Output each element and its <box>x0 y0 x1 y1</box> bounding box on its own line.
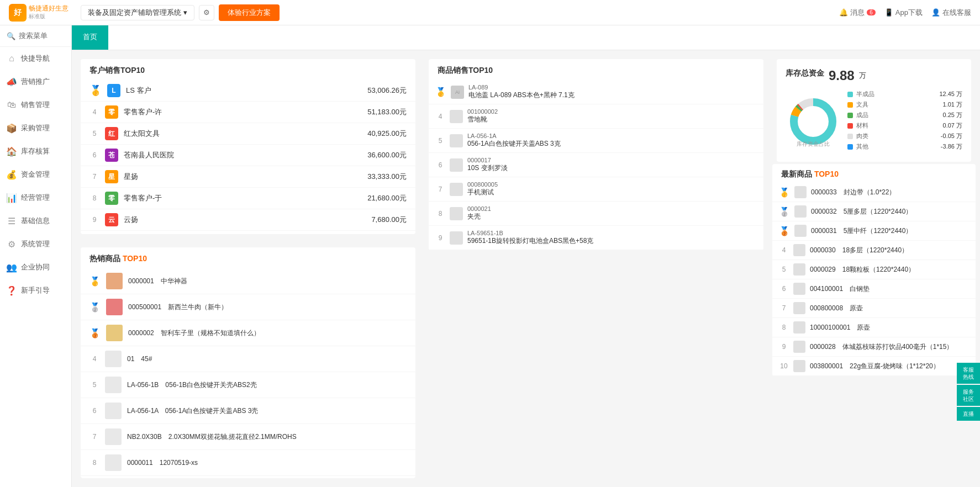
customer-row-7: 9 云 云扬 7,680.00元 <box>81 209 415 231</box>
product-row-5: 7 000800005 手机测试 <box>429 177 763 202</box>
prod-rank-5: 7 <box>435 186 445 193</box>
legend-value-1: 12.45 万 <box>939 90 962 98</box>
new-icon-8 <box>793 321 805 334</box>
service-community-btn[interactable]: 服务社区 <box>957 385 980 406</box>
new-medal-1: 🥇 <box>779 187 790 198</box>
hot-rank-8: 8 <box>89 459 99 467</box>
prod-rank-4: 6 <box>435 161 445 169</box>
new-icon-1 <box>794 186 807 198</box>
legend-value-5: -0.05 万 <box>941 132 962 140</box>
new-row-7: 7 000800008 原壶 <box>772 299 976 318</box>
sidebar-label-basic-info: 基础信息 <box>21 216 50 226</box>
prod-name-4: 10S 变刹罗淡 <box>467 163 757 173</box>
customer-amount-5: 33,333.00元 <box>367 172 407 182</box>
product-row-3: 5 LA-056-1A 056-1A白色按键开关盖ABS 3克 <box>429 129 763 153</box>
legend-label-1: 半成品 <box>856 90 936 98</box>
trial-button[interactable]: 体验行业方案 <box>219 4 280 21</box>
prod-code-6: 0000021 <box>467 205 757 212</box>
prod-info-3: LA-056-1A 056-1A白色按键开关盖ABS 3克 <box>467 133 757 149</box>
customer-name-3: 红太阳文具 <box>124 129 362 139</box>
sidebar-item-quick-nav[interactable]: ⌂ 快捷导航 <box>0 47 71 70</box>
inventory-card: 库存总资金 9.88 万 <box>777 59 971 162</box>
sidebar-item-sales[interactable]: 🛍 销售管理 <box>0 93 71 117</box>
hot-info-4: 01 45# <box>127 354 407 364</box>
customer-avatar-4: 苍 <box>105 149 118 162</box>
legend-dot-5 <box>847 134 853 139</box>
sidebar-item-finance[interactable]: 💰 资金管理 <box>0 163 71 186</box>
system-icon: ⚙ <box>7 239 17 249</box>
logo-title: 畅捷通好生意 <box>29 4 69 12</box>
customer-amount-7: 7,680.00元 <box>371 215 407 225</box>
inventory-title: 库存总资金 <box>786 68 824 78</box>
new-rank-4: 4 <box>779 246 789 254</box>
sidebar-item-enterprise[interactable]: 👥 企业协同 <box>0 256 71 279</box>
app-download-item[interactable]: 📱 App下载 <box>884 8 923 18</box>
rank-num-3: 5 <box>89 130 99 137</box>
settings-icon[interactable]: ⚙ <box>199 5 214 20</box>
search-menu[interactable]: 🔍 搜索菜单 <box>0 25 71 47</box>
hot-img-1 <box>106 273 123 289</box>
new-info-4: 0000030 18多层（1220*2440） <box>810 246 969 255</box>
legend-label-3: 成品 <box>856 111 940 119</box>
service-live-btn[interactable]: 直播 <box>957 407 980 421</box>
new-rank-5: 5 <box>779 266 789 273</box>
hot-row-6: 6 LA-056-1A 056-1A白色按键开关盖ABS 3壳 <box>81 398 415 424</box>
customer-avatar-2: 零 <box>105 105 118 119</box>
sidebar-item-inventory[interactable]: 🏠 库存核算 <box>0 140 71 163</box>
system-selector[interactable]: 装备及固定资产辅助管理系统 ▾ <box>81 5 194 20</box>
sidebar-item-operations[interactable]: 📊 经营管理 <box>0 186 71 209</box>
scrollable-area: 客户销售TOP10 🥇 L LS 客户 53,006.26元 4 零 零售客户-… <box>72 50 980 487</box>
legend-dot-4 <box>847 123 853 129</box>
sidebar-item-guide[interactable]: ❓ 新手引导 <box>0 279 71 302</box>
guide-icon: ❓ <box>7 285 17 295</box>
hot-img-7 <box>105 428 122 445</box>
prod-name-2: 雪地靴 <box>467 115 757 124</box>
sidebar-label-inventory: 库存核算 <box>21 146 50 156</box>
prod-name-7: 59651-1B旋转投影灯电池盒ABS黑色+58克 <box>467 236 757 246</box>
hot-img-2 <box>106 299 123 315</box>
sidebar-item-marketing[interactable]: 📣 营销推广 <box>0 70 71 93</box>
hot-products-panel: 热销商品 TOP10 🥇 0000001 中华神器 🥈 000500001 新西… <box>81 247 415 478</box>
basic-info-icon: ☰ <box>7 216 17 226</box>
tab-home[interactable]: 首页 <box>72 25 108 50</box>
sidebar-item-purchase[interactable]: 📦 采购管理 <box>0 117 71 140</box>
hot-img-6 <box>105 403 122 419</box>
customer-sales-title: 客户销售TOP10 <box>81 59 415 80</box>
customer-name-2: 零售客户-许 <box>124 107 362 117</box>
hot-img-4 <box>105 351 122 367</box>
topbar-middle: 装备及固定资产辅助管理系统 ▾ ⚙ 体验行业方案 <box>81 4 839 21</box>
new-icon-7 <box>793 302 805 314</box>
legend-label-2: 文具 <box>856 100 940 109</box>
sidebar-label-sales: 销售管理 <box>21 100 50 110</box>
legend-value-3: 0.25 万 <box>943 111 962 119</box>
new-icon-9 <box>793 341 805 353</box>
sales-icon: 🛍 <box>7 100 17 110</box>
product-row-4: 6 0000017 10S 变刹罗淡 <box>429 153 763 177</box>
online-service-item[interactable]: 👤 在线客服 <box>931 8 971 18</box>
sidebar-item-system[interactable]: ⚙ 系统管理 <box>0 232 71 256</box>
legend-item-1: 半成品 12.45 万 <box>847 90 962 98</box>
sidebar-item-basic-info[interactable]: ☰ 基础信息 <box>0 209 71 232</box>
prod-code-2: 001000002 <box>467 108 757 115</box>
mobile-icon: 📱 <box>884 8 893 17</box>
hot-medal-1: 🥇 <box>89 276 101 287</box>
new-medal-3: 🥉 <box>779 226 790 236</box>
sidebar-label-enterprise: 企业协同 <box>21 262 50 272</box>
nav-tabs: 首页 <box>72 25 980 50</box>
service-hotline-btn[interactable]: 客服热线 <box>957 363 980 384</box>
product-sales-panel: 商品销售TOP10 🥇 Ai LA-089 电池盖 LA-089 ABS本色+黑… <box>429 59 763 250</box>
chevron-down-icon[interactable]: ▾ <box>183 8 187 17</box>
hot-medal-2: 🥈 <box>89 302 101 313</box>
customer-amount-2: 51,183.00元 <box>367 107 407 117</box>
product-sales-title: 商品销售TOP10 <box>429 59 763 80</box>
hot-row-9: 9 KK-SD22110H 花语萌恒温分腿睡袋（厚款） <box>81 476 415 478</box>
sidebar-label-marketing: 营销推广 <box>21 77 50 87</box>
new-row-10: 10 003800001 22g鱼豆腐-烧烤味（1*12*20） <box>772 357 976 376</box>
search-menu-label: 搜索菜单 <box>19 31 48 41</box>
new-products-title-highlight: TOP10 <box>814 170 839 178</box>
sidebar-label-system: 系统管理 <box>21 239 50 249</box>
new-row-5: 5 0000029 18颗粒板（1220*2440） <box>772 260 976 279</box>
notifications-item[interactable]: 🔔 消息 6 <box>839 8 876 18</box>
new-icon-3 <box>794 225 807 237</box>
customer-avatar-1: L <box>107 84 120 97</box>
